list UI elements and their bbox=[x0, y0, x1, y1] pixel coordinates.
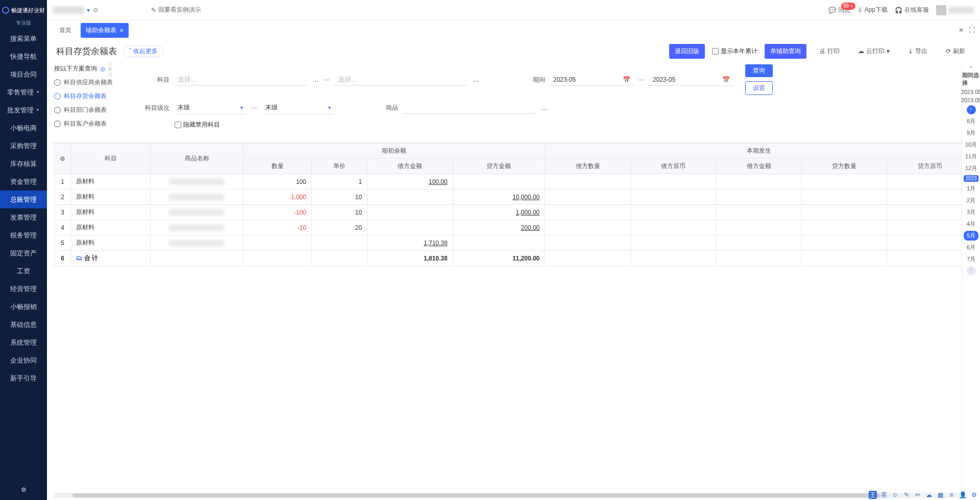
nav-item-项目合同[interactable]: 项目合同 bbox=[0, 65, 47, 83]
period-collapse-icon[interactable]: « bbox=[969, 63, 972, 69]
nav-item-工资[interactable]: 工资 bbox=[0, 262, 47, 280]
target-icon[interactable] bbox=[100, 65, 105, 73]
month-item[interactable]: 5月 bbox=[964, 231, 978, 241]
goods-input[interactable] bbox=[403, 102, 536, 114]
hide-disabled-checkbox[interactable]: 隐藏禁用科目 bbox=[175, 121, 220, 129]
cell-debit[interactable] bbox=[368, 189, 453, 205]
nav-item-资金管理[interactable]: 资金管理 bbox=[0, 173, 47, 191]
collapse-more-button[interactable]: ˄ 收起更多 bbox=[123, 45, 163, 57]
goods-more[interactable]: … bbox=[541, 104, 547, 111]
ime-lang-icon[interactable]: 英 bbox=[880, 491, 888, 499]
fullscreen-icon[interactable]: ⛶ bbox=[969, 27, 975, 34]
table-row[interactable]: 5原材料xxx1,710.38 bbox=[55, 235, 973, 251]
tab-aux-balance[interactable]: 辅助余额表 ✕ bbox=[81, 23, 129, 38]
ime-gear-icon[interactable]: ⚙ bbox=[970, 491, 978, 499]
table-row[interactable]: 1原材料xxxxxxx1001100.00 bbox=[55, 174, 973, 189]
ime-edit-icon[interactable]: ✎ bbox=[902, 491, 911, 499]
level-to-select[interactable]: 末级 bbox=[262, 101, 334, 114]
scheme-item[interactable]: 科目供应商余额表 bbox=[54, 78, 126, 87]
online-service-button[interactable]: 在线客服 bbox=[895, 6, 929, 14]
month-item[interactable]: 12月 bbox=[965, 163, 977, 173]
month-item[interactable]: 4月 bbox=[967, 219, 975, 229]
table-row[interactable]: 2原材料xxxxx-1,0001010,000.00 bbox=[55, 189, 973, 205]
scroll-down-icon[interactable]: ˅ bbox=[967, 266, 976, 275]
table-row[interactable]: 3原材料xxxxxxx-100101,000.00 bbox=[55, 205, 973, 220]
nav-item-小畅电商[interactable]: 小畅电商 bbox=[0, 119, 47, 137]
close-icon[interactable]: ✕ bbox=[119, 28, 124, 33]
month-item[interactable]: 11月 bbox=[965, 152, 977, 161]
month-item[interactable]: 10月 bbox=[965, 140, 977, 150]
nav-settings[interactable] bbox=[0, 480, 47, 500]
user-menu[interactable] bbox=[936, 5, 974, 15]
nav-item-批发管理[interactable]: 批发管理▼ bbox=[0, 101, 47, 119]
refresh-button[interactable]: 刷新 bbox=[940, 44, 971, 59]
hide-disabled-input[interactable] bbox=[175, 122, 181, 128]
query-button[interactable]: 查询 bbox=[745, 64, 773, 77]
horizontal-scrollbar[interactable] bbox=[54, 493, 973, 498]
scheme-item[interactable]: 科目客户余额表 bbox=[54, 120, 126, 128]
ime-cloud-icon[interactable]: ☁ bbox=[925, 491, 933, 499]
month-item[interactable]: 8月 bbox=[967, 116, 975, 126]
messages-button[interactable]: 消息 99 + bbox=[828, 6, 850, 14]
show-year-input[interactable] bbox=[712, 48, 719, 55]
nav-item-企业协同[interactable]: 企业协同 bbox=[0, 351, 47, 369]
cell-credit[interactable]: 200.00 bbox=[453, 220, 545, 235]
table-row[interactable]: 4原材料xxxxxxxxx-1020200.00 bbox=[55, 220, 973, 235]
nav-item-零售管理[interactable]: 零售管理▼ bbox=[0, 83, 47, 101]
period-to-input[interactable]: 2023-05📅 bbox=[650, 74, 733, 86]
nav-item-小畅报销[interactable]: 小畅报销 bbox=[0, 298, 47, 316]
nav-item-固定资产[interactable]: 固定资产 bbox=[0, 244, 47, 262]
cell-debit[interactable]: 1,710.38 bbox=[368, 235, 453, 251]
cell-debit[interactable]: 100.00 bbox=[368, 174, 453, 189]
print-button[interactable]: 打印 bbox=[814, 44, 845, 59]
subject-to-input[interactable] bbox=[335, 74, 468, 86]
gear-icon[interactable] bbox=[93, 7, 99, 14]
cloud-print-button[interactable]: 云打印 bbox=[852, 44, 895, 59]
subject-to-more[interactable]: … bbox=[473, 76, 479, 83]
scrollbar-thumb[interactable] bbox=[72, 493, 881, 497]
app-download-button[interactable]: App下载 bbox=[857, 6, 888, 14]
nav-item-系统管理[interactable]: 系统管理 bbox=[0, 334, 47, 351]
month-item[interactable]: 9月 bbox=[967, 128, 975, 138]
nav-item-库存核算[interactable]: 库存核算 bbox=[0, 155, 47, 173]
cell-debit[interactable] bbox=[368, 220, 453, 235]
ime-grid-icon[interactable]: ▦ bbox=[936, 491, 944, 499]
nav-item-发票管理[interactable]: 发票管理 bbox=[0, 208, 47, 226]
cell-debit[interactable] bbox=[368, 205, 453, 220]
subject-from-more[interactable]: … bbox=[312, 76, 318, 83]
ime-menu-icon[interactable]: ≡ bbox=[947, 491, 955, 499]
month-item[interactable]: 1月 bbox=[967, 184, 975, 194]
cell-credit[interactable] bbox=[453, 174, 545, 189]
subject-from-input[interactable] bbox=[175, 74, 307, 86]
ime-smile-icon[interactable]: ☺ bbox=[891, 491, 899, 499]
show-year-checkbox[interactable]: 显示本年累计 bbox=[712, 47, 757, 56]
demo-link[interactable]: ✎ 我要看实例演示 bbox=[151, 6, 201, 14]
return-old-button[interactable]: 退回旧版 bbox=[669, 44, 705, 59]
level-from-select[interactable]: 末级 bbox=[175, 101, 246, 114]
nav-item-新手引导[interactable]: 新手引导 bbox=[0, 369, 47, 387]
month-item[interactable]: 3月 bbox=[967, 207, 975, 217]
org-selector[interactable] bbox=[53, 7, 145, 14]
ime-person-icon[interactable]: 👤 bbox=[959, 491, 967, 499]
month-item[interactable]: 6月 bbox=[967, 243, 975, 252]
settings-button[interactable]: 设置 bbox=[745, 81, 773, 95]
ime-scissors-icon[interactable]: ✂ bbox=[914, 491, 922, 499]
scheme-item[interactable]: 科目部门余额表 bbox=[54, 106, 126, 114]
single-aux-query-button[interactable]: 单辅助查询 bbox=[765, 44, 806, 59]
collapse-panel-icon[interactable] bbox=[108, 65, 112, 73]
nav-item-搜索菜单[interactable]: 搜索菜单 bbox=[0, 30, 47, 47]
nav-item-经营管理[interactable]: 经营管理 bbox=[0, 280, 47, 298]
export-button[interactable]: 导出 bbox=[902, 44, 933, 59]
month-item[interactable]: 7月 bbox=[967, 254, 975, 264]
cell-credit[interactable]: 1,000.00 bbox=[453, 205, 545, 220]
nav-item-总账管理[interactable]: 总账管理 bbox=[0, 191, 47, 208]
nav-item-采购管理[interactable]: 采购管理 bbox=[0, 137, 47, 155]
col-gear[interactable] bbox=[55, 144, 71, 174]
cell-credit[interactable]: 10,000.00 bbox=[453, 189, 545, 205]
scheme-item[interactable]: 科目存货余额表 bbox=[54, 92, 126, 101]
nav-item-快捷导航[interactable]: 快捷导航 bbox=[0, 47, 47, 65]
cell-credit[interactable] bbox=[453, 235, 545, 251]
scroll-up-icon[interactable]: ˄ bbox=[967, 105, 976, 114]
close-all-tabs-icon[interactable]: ✕ bbox=[959, 27, 964, 34]
month-item[interactable]: 2月 bbox=[967, 196, 975, 205]
